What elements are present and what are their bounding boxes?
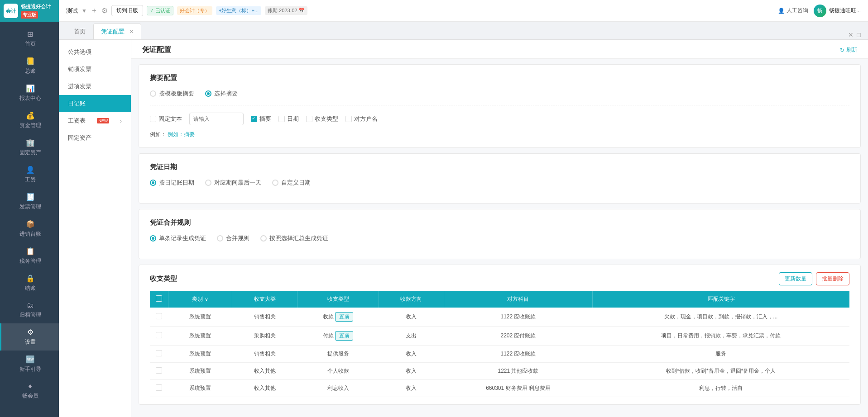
row-direction: 收入 bbox=[379, 380, 444, 397]
row-type: 收款 置顶 bbox=[297, 308, 379, 327]
row-account: 1221 其他应收款 bbox=[444, 363, 592, 380]
sidebar-item-reports[interactable]: 📊 报表中心 bbox=[0, 80, 59, 107]
radio-circle-journal-date bbox=[150, 180, 156, 186]
row-checkbox-cell bbox=[150, 327, 168, 346]
row-keywords: 欠款，现金，项目款，到款，报销款，汇入，... bbox=[593, 308, 849, 327]
row-category: 系统预置 bbox=[168, 346, 232, 363]
row-major: 收入其他 bbox=[232, 363, 297, 380]
company-name: 测试 bbox=[66, 7, 78, 15]
row-checkbox-0[interactable] bbox=[156, 313, 162, 319]
income-type-table: 类别 ∨ 收支大类 收支类型 收款方向 对方科目 匹配关键字 系统预置 销售相关… bbox=[150, 291, 849, 397]
row-account: 660301 财务费用 利息费用 bbox=[444, 380, 592, 397]
category-sort-icon[interactable]: ∨ bbox=[205, 296, 208, 302]
sidebar-item-home[interactable]: ⊞ 首页 bbox=[0, 25, 59, 52]
tax-icon: 📋 bbox=[26, 247, 35, 256]
window-maximize-icon[interactable]: □ bbox=[857, 31, 861, 38]
left-panel-fixed-assets-sub[interactable]: 固定资产 bbox=[59, 129, 131, 147]
sidebar-item-purchase-sales[interactable]: 📦 进销台账 bbox=[0, 215, 59, 242]
support-button[interactable]: 👤 人工咨询 bbox=[778, 7, 808, 14]
checkbox-summary[interactable]: 摘要 bbox=[251, 115, 271, 123]
checkbox-counterpart-name[interactable]: 对方户名 bbox=[345, 115, 378, 123]
tabbar: 首页 凭证配置 ✕ ✕ □ bbox=[59, 22, 868, 40]
radio-by-template[interactable]: 按模板版摘要 bbox=[150, 90, 194, 98]
checkbox-date[interactable]: 日期 bbox=[278, 115, 299, 123]
window-close-icon[interactable]: ✕ bbox=[848, 31, 854, 38]
row-type: 个人收款 bbox=[297, 363, 379, 380]
override-button-0[interactable]: 置顶 bbox=[335, 312, 353, 322]
row-keywords: 收到*借款，收到*备用金，退回*备用金，个人 bbox=[593, 363, 849, 380]
table-row: 系统预置 收入其他 个人收款 收入 1221 其他应收款 收到*借款，收到*备用… bbox=[150, 363, 849, 380]
row-checkbox-4[interactable] bbox=[156, 384, 162, 391]
sidebar-item-member[interactable]: ♦ 畅会员 bbox=[0, 378, 59, 404]
table-row: 系统预置 收入其他 利息收入 收入 660301 财务费用 利息费用 利息，行转… bbox=[150, 380, 849, 397]
batch-delete-button[interactable]: 批量删除 bbox=[816, 272, 849, 285]
left-panel-journal[interactable]: 日记账 bbox=[59, 95, 131, 112]
left-panel-public-options[interactable]: 公共选项 bbox=[59, 43, 131, 61]
radio-period-last[interactable]: 对应期间最后一天 bbox=[205, 179, 261, 187]
checkbox-box-date bbox=[278, 116, 285, 122]
row-checkbox-2[interactable] bbox=[156, 350, 162, 356]
row-account: 2202 应付账款 bbox=[444, 327, 592, 346]
override-button-1[interactable]: 置顶 bbox=[335, 331, 353, 341]
tab-close-icon[interactable]: ✕ bbox=[129, 28, 134, 35]
row-keywords: 项目，日常费用，报销款，车费，承兑汇票，付款 bbox=[593, 327, 849, 346]
sidebar-item-ledger[interactable]: 📒 总账 bbox=[0, 52, 59, 80]
col-major: 收支大类 bbox=[232, 291, 297, 308]
ledger-icon: 📒 bbox=[26, 57, 35, 66]
example-text: 例如： 例如：摘要 bbox=[150, 131, 849, 138]
sidebar-item-guide[interactable]: 🆕 新手引导 bbox=[0, 351, 59, 378]
left-panel-sales-invoice[interactable]: 销项发票 bbox=[59, 61, 131, 78]
left-panel-payroll-table[interactable]: 工资表 NEW › bbox=[59, 112, 131, 129]
add-icon[interactable]: ＋ bbox=[91, 6, 98, 15]
fixed-text-input[interactable] bbox=[189, 113, 244, 125]
row-checkbox-3[interactable] bbox=[156, 367, 162, 374]
sidebar-item-fixed-assets[interactable]: 🏢 固定资产 bbox=[0, 134, 59, 161]
left-panel-purchase-invoice[interactable]: 进项发票 bbox=[59, 78, 131, 95]
sidebar-item-closing[interactable]: 🔒 结账 bbox=[0, 270, 59, 297]
closing-icon: 🔒 bbox=[26, 274, 35, 283]
radio-merge-rules[interactable]: 合并规则 bbox=[217, 234, 249, 242]
merge-rules-section: 凭证合并规则 单条记录生成凭证 合并规则 按照选择汇总生成凭证 bbox=[139, 209, 861, 259]
radio-single-record[interactable]: 单条记录生成凭证 bbox=[150, 234, 206, 242]
select-all-checkbox[interactable] bbox=[156, 295, 162, 302]
update-button[interactable]: 更新数量 bbox=[779, 272, 812, 285]
row-type: 提供服务 bbox=[297, 346, 379, 363]
row-checkbox-1[interactable] bbox=[156, 332, 162, 338]
radio-journal-date[interactable]: 按日记账日期 bbox=[150, 179, 194, 187]
logo-text: 畅捷通好会计 专业版 bbox=[21, 3, 51, 18]
row-direction: 支出 bbox=[379, 327, 444, 346]
sidebar-item-funds[interactable]: 💰 资金管理 bbox=[0, 107, 59, 134]
dropdown-arrow-icon[interactable]: ▼ bbox=[82, 8, 87, 14]
row-type: 利息收入 bbox=[297, 380, 379, 397]
radio-custom-date[interactable]: 自定义日期 bbox=[272, 179, 311, 187]
tab-home[interactable]: 首页 bbox=[66, 24, 93, 39]
row-major: 销售相关 bbox=[232, 346, 297, 363]
topbar-settings-icon[interactable]: ⚙ bbox=[101, 6, 108, 15]
arrow-right-icon: › bbox=[120, 118, 122, 124]
topbar: 测试 ▼ ＋ ⚙ 切到旧版 ✓ 已认证 好会计（专） +好生意（标）+... 账… bbox=[59, 0, 868, 22]
switch-version-button[interactable]: 切到旧版 bbox=[111, 5, 143, 16]
purchase-sales-icon: 📦 bbox=[26, 220, 35, 228]
refresh-button[interactable]: ↻ 刷新 bbox=[840, 46, 857, 54]
content-header: 凭证配置 ↻ 刷新 bbox=[131, 40, 868, 59]
tab-voucher-config[interactable]: 凭证配置 ✕ bbox=[93, 24, 141, 39]
row-direction: 收入 bbox=[379, 363, 444, 380]
invoice-mgmt-icon: 🧾 bbox=[26, 193, 35, 201]
user-profile[interactable]: 畅 畅捷通旺旺... bbox=[814, 5, 861, 17]
checkbox-income-type[interactable]: 收支类型 bbox=[306, 115, 338, 123]
sidebar-item-invoice-mgmt[interactable]: 🧾 发票管理 bbox=[0, 188, 59, 215]
row-category: 系统预置 bbox=[168, 308, 232, 327]
sidebar-item-settings[interactable]: ⚙ 设置 bbox=[0, 323, 59, 351]
sidebar-item-archive[interactable]: 🗂 归档管理 bbox=[0, 297, 59, 323]
col-checkbox[interactable] bbox=[150, 291, 168, 308]
radio-circle-merge-rules bbox=[217, 235, 223, 242]
col-direction: 收款方向 bbox=[379, 291, 444, 308]
radio-by-selection[interactable]: 按照选择汇总生成凭证 bbox=[260, 234, 328, 242]
sidebar-item-payroll[interactable]: 👤 工资 bbox=[0, 161, 59, 188]
new-badge: NEW bbox=[97, 118, 109, 123]
sidebar-item-tax[interactable]: 📋 税务管理 bbox=[0, 242, 59, 270]
radio-select-summary[interactable]: 选择摘要 bbox=[205, 90, 238, 98]
main-content: 凭证配置 ↻ 刷新 摘要配置 按模板版摘要 选择摘要 bbox=[131, 40, 868, 417]
checkbox-fixed-text[interactable]: 固定文本 bbox=[150, 115, 182, 123]
checkbox-box-income-type bbox=[306, 116, 312, 122]
